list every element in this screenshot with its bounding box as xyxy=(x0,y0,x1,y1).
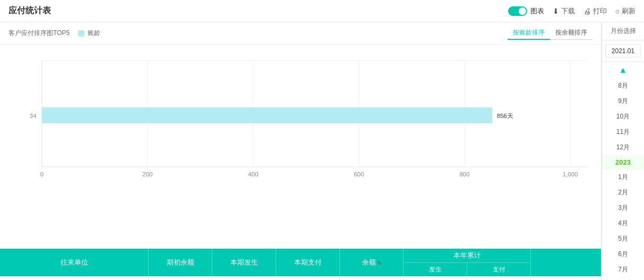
print-icon: 🖨 xyxy=(583,7,591,15)
chart-toggle-wrap: 图表 xyxy=(508,6,544,16)
td-unit: 34 xyxy=(0,276,149,280)
svg-text:400: 400 xyxy=(248,171,258,177)
table-row: 34 51,000.00 51,000.00 51,000.00 xyxy=(0,276,601,280)
chart-area: 0 200 400 600 800 1,000 xyxy=(0,45,601,249)
header: 应付统计表 图表 ⬇ 下载 🖨 打印 ○ 刷新 xyxy=(0,0,644,22)
svg-text:856天: 856天 xyxy=(497,113,513,119)
data-table: 往来单位 期初余额 本期发生 本期支付 xyxy=(0,249,601,280)
sidebar-month-5[interactable]: 5月 xyxy=(602,231,644,247)
download-icon: ⬇ xyxy=(553,7,559,15)
sidebar-month-3[interactable]: 3月 xyxy=(602,200,644,216)
page-title: 应付统计表 xyxy=(8,5,51,16)
sidebar-year-2023[interactable]: 2023 xyxy=(602,155,644,169)
chevron-up-icon: ▲ xyxy=(619,65,628,75)
sidebar: 月份选择 ▲ 8月 9月 10月 11月 12月 2023 1月 2月 3月 4… xyxy=(602,22,644,280)
bar-chart-svg: 0 200 400 600 800 1,000 xyxy=(8,50,593,188)
sidebar-year-input[interactable] xyxy=(605,45,641,57)
sidebar-up-button[interactable]: ▲ xyxy=(602,62,644,78)
svg-text:1,000: 1,000 xyxy=(563,171,578,177)
th-unit: 往来单位 xyxy=(0,249,149,276)
th-ytd-group: 本年累计 发生 支付 xyxy=(403,249,531,276)
th-balance: 余额 ⇅ xyxy=(340,249,403,276)
sort-by-balance-button[interactable]: 按余额排序 xyxy=(550,27,593,40)
td-ytd-gen: 51,000.00 xyxy=(403,276,467,280)
chart-toggle-label: 图表 xyxy=(530,6,544,16)
sidebar-month-9[interactable]: 9月 xyxy=(602,94,644,109)
legend-color-age xyxy=(78,30,84,37)
sidebar-down-button[interactable]: ▼ xyxy=(602,277,644,280)
svg-text:200: 200 xyxy=(142,171,152,177)
sort-by-amount-button[interactable]: 按账龄排序 xyxy=(508,27,550,40)
chart-section: 客户应付排序图TOP5 账龄 按账龄排序 按余额排序 xyxy=(0,22,602,280)
chart-toggle[interactable] xyxy=(508,6,527,16)
th-ytd-gen: 发生 xyxy=(403,263,467,276)
sidebar-month-12[interactable]: 12月 xyxy=(602,140,644,155)
td-opening xyxy=(149,276,212,280)
sidebar-month-10[interactable]: 10月 xyxy=(602,109,644,124)
refresh-icon: ○ xyxy=(615,7,620,15)
chart-sort-buttons: 按账龄排序 按余额排序 xyxy=(508,27,593,40)
th-ytd-subs: 发生 支付 xyxy=(403,263,530,276)
th-opening: 期初余额 xyxy=(149,249,212,276)
sidebar-month-4[interactable]: 4月 xyxy=(602,216,644,231)
th-current-gen: 本期发生 xyxy=(212,249,276,276)
sidebar-month-11[interactable]: 11月 xyxy=(602,124,644,140)
main-area: 客户应付排序图TOP5 账龄 按账龄排序 按余额排序 xyxy=(0,22,644,280)
svg-rect-15 xyxy=(42,107,493,123)
chart-legend: 客户应付排序图TOP5 账龄 xyxy=(8,29,100,38)
sidebar-month-6[interactable]: 6月 xyxy=(602,247,644,262)
th-ytd-label: 本年累计 xyxy=(403,249,530,263)
sidebar-month-8[interactable]: 8月 xyxy=(602,78,644,94)
page-container: 应付统计表 图表 ⬇ 下载 🖨 打印 ○ 刷新 xyxy=(0,0,644,280)
bar-chart: 0 200 400 600 800 1,000 xyxy=(8,50,593,199)
svg-text:600: 600 xyxy=(354,171,364,177)
sidebar-month-list: 8月 9月 10月 11月 12月 2023 1月 2月 3月 4月 5月 6月… xyxy=(602,78,644,277)
table-header: 往来单位 期初余额 本期发生 本期支付 xyxy=(0,249,601,276)
td-balance: 51,000.00 xyxy=(340,276,403,280)
svg-text:34: 34 xyxy=(30,113,37,119)
sidebar-month-7[interactable]: 7月 xyxy=(602,262,644,277)
refresh-button[interactable]: ○ 刷新 xyxy=(615,6,636,16)
td-current-gen: 51,000.00 xyxy=(212,276,276,280)
svg-text:800: 800 xyxy=(459,171,469,177)
download-button[interactable]: ⬇ 下载 xyxy=(553,6,575,16)
sidebar-month-2[interactable]: 2月 xyxy=(602,185,644,200)
balance-sort-icon: ⇅ xyxy=(377,260,381,266)
chart-toolbar: 客户应付排序图TOP5 账龄 按账龄排序 按余额排序 xyxy=(0,22,601,45)
print-button[interactable]: 🖨 打印 xyxy=(583,6,607,16)
sidebar-year-display xyxy=(602,40,644,62)
chart-legend-title: 客户应付排序图TOP5 xyxy=(8,29,70,38)
sidebar-month-label: 月份选择 xyxy=(602,22,644,40)
td-ytd-pay xyxy=(467,276,531,280)
th-current-pay: 本期支付 xyxy=(276,249,340,276)
legend-label-age: 账龄 xyxy=(88,29,100,38)
legend-item-age: 账龄 xyxy=(78,29,100,38)
th-ytd-pay: 支付 xyxy=(467,263,530,276)
sidebar-month-1[interactable]: 1月 xyxy=(602,169,644,185)
header-actions: 图表 ⬇ 下载 🖨 打印 ○ 刷新 xyxy=(508,6,636,16)
svg-text:0: 0 xyxy=(40,171,44,177)
td-current-pay xyxy=(276,276,340,280)
